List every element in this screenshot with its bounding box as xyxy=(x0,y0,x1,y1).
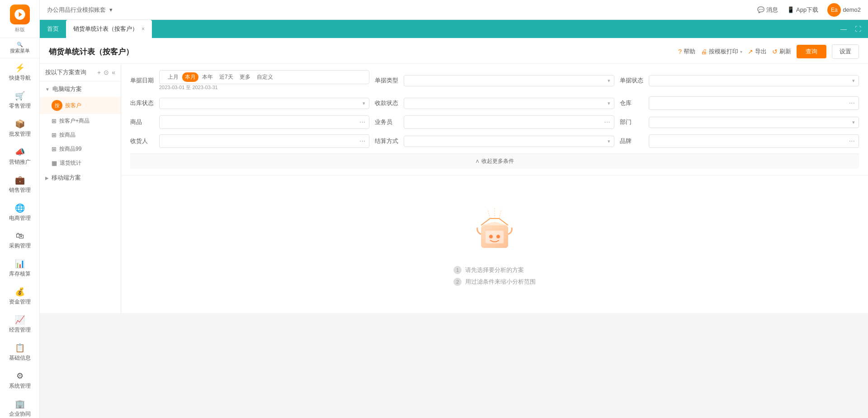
sidebar-item-system[interactable]: ⚙ 系统管理 xyxy=(0,366,39,394)
topbar: 办公用品行业模拟账套 ▾ 💬 消息 📱 App下载 Ea demo2 xyxy=(40,0,868,20)
salesperson-select[interactable]: ··· xyxy=(404,115,614,129)
receiver-dots-icon[interactable]: ··· xyxy=(359,137,365,145)
brand-select[interactable]: ··· xyxy=(649,134,859,148)
filter-brand: 品牌 ··· xyxy=(620,134,859,148)
brand-dots-icon[interactable]: ··· xyxy=(849,137,855,145)
warehouse-select[interactable]: ··· xyxy=(649,96,859,110)
sidebar-item-inventory-label: 库存核算 xyxy=(9,270,31,278)
download-icon: 📱 xyxy=(787,6,794,13)
scheme-item-customer-product[interactable]: ⊞ 按客户+商品 xyxy=(40,114,121,128)
sidebar-item-purchase[interactable]: 🛍 采购管理 xyxy=(0,227,39,254)
sidebar-item-inventory[interactable]: 📊 库存核算 xyxy=(0,254,39,282)
salesperson-dots-icon[interactable]: ··· xyxy=(604,118,610,126)
date-range-text: 2023-03-01 至 2023-03-31 xyxy=(159,84,369,91)
order-type-select[interactable]: ▾ xyxy=(404,75,614,86)
scheme-item-product99-label: 按商品99 xyxy=(59,145,81,153)
sidebar-item-retail[interactable]: 🛒 零售管理 xyxy=(0,86,39,114)
scheme-item-product[interactable]: ⊞ 按商品 xyxy=(40,128,121,142)
scheme-group-desktop-header[interactable]: ▼ 电脑端方案 xyxy=(40,81,121,97)
sidebar-item-operations[interactable]: 📈 经营管理 xyxy=(0,310,39,338)
scheme-item-product99[interactable]: ⊞ 按商品99 xyxy=(40,142,121,156)
sidebar-item-quicknav[interactable]: ⚡ 快捷导航 xyxy=(0,58,39,86)
date-tab-thisyear[interactable]: 本年 xyxy=(199,72,216,82)
marketing-icon: 📣 xyxy=(15,147,25,157)
topbar-dropdown-btn[interactable]: ▾ xyxy=(109,6,113,13)
help-btn[interactable]: ? 帮助 xyxy=(678,48,695,56)
scheme-item-customer[interactable]: 按 按客户 xyxy=(40,97,121,114)
product-dots-icon[interactable]: ··· xyxy=(359,118,365,126)
page-header: 销货单统计表（按客户） ? 帮助 🖨 按模板打印 ▾ ↗ 导出 xyxy=(40,38,868,64)
product-select[interactable]: ··· xyxy=(159,115,369,129)
app-download-btn[interactable]: 📱 App下载 xyxy=(787,6,818,14)
filter-product-label: 商品 xyxy=(130,118,156,126)
filter-department: 部门 ▾ xyxy=(620,115,859,129)
query-button[interactable]: 查询 xyxy=(797,45,826,58)
tab-home[interactable]: 首页 xyxy=(40,20,66,38)
export-icon: ↗ xyxy=(748,48,753,55)
tab-close-btn[interactable]: × xyxy=(142,26,145,32)
sidebar-item-sales[interactable]: 💼 销售管理 xyxy=(0,171,39,199)
date-tab-thismonth[interactable]: 本月 xyxy=(182,72,198,82)
scheme-settings-btn[interactable]: ⊙ xyxy=(104,69,109,76)
operations-icon: 📈 xyxy=(15,315,25,325)
sidebar-item-enterprise[interactable]: 🏢 企业协同 xyxy=(0,394,39,418)
scheme-group-mobile-header[interactable]: ▶ 移动端方案 xyxy=(40,170,121,185)
tip-num-1: 1 xyxy=(453,266,462,274)
date-range-picker[interactable]: 上月 本月 本年 近7天 更多 自定义 xyxy=(159,70,369,84)
scheme-item-customer-icon: 按 xyxy=(52,100,62,111)
user-area[interactable]: Ea demo2 xyxy=(827,3,861,17)
order-status-select[interactable]: ▾ xyxy=(649,75,859,86)
tab-active[interactable]: 销货单统计表（按客户） × xyxy=(66,20,152,38)
settlement-select[interactable]: ▾ xyxy=(404,136,614,147)
svg-point-2 xyxy=(489,235,493,238)
tab-minimize-btn[interactable]: — xyxy=(837,23,850,35)
system-icon: ⚙ xyxy=(16,371,24,381)
tab-maximize-btn[interactable]: ⛶ xyxy=(852,23,864,35)
scheme-group-desktop-label: 电脑端方案 xyxy=(52,85,82,93)
scheme-item-product-label: 按商品 xyxy=(59,131,75,139)
message-icon: 💬 xyxy=(757,6,764,13)
sidebar-search[interactable]: 🔍 搜索菜单 xyxy=(0,38,39,58)
sidebar-item-ecommerce-label: 电商管理 xyxy=(9,214,31,222)
topbar-right: 💬 消息 📱 App下载 Ea demo2 xyxy=(757,3,861,17)
warehouse-dots-icon[interactable]: ··· xyxy=(849,99,855,107)
filter-order-status-label: 单据状态 xyxy=(620,76,645,85)
sidebar-item-enterprise-label: 企业协同 xyxy=(9,410,31,418)
ecommerce-icon: 🌐 xyxy=(15,203,25,213)
page: 销货单统计表（按客户） ? 帮助 🖨 按模板打印 ▾ ↗ 导出 xyxy=(40,38,868,418)
sidebar-item-purchase-label: 采购管理 xyxy=(9,242,31,250)
settings-button[interactable]: 设置 xyxy=(832,44,859,59)
date-tab-more[interactable]: 更多 xyxy=(237,72,253,82)
filter-order-type-label: 单据类型 xyxy=(375,76,400,85)
message-btn[interactable]: 💬 消息 xyxy=(757,6,778,14)
date-tab-last7days[interactable]: 近7天 xyxy=(217,72,236,82)
order-status-chevron-icon: ▾ xyxy=(852,78,855,84)
filter-row-2: 出库状态 ▾ 收款状态 ▾ xyxy=(130,96,859,110)
scheme-group-desktop: ▼ 电脑端方案 按 按客户 ⊞ 按客户+商品 ⊞ xyxy=(40,81,121,170)
collapse-filter-btn[interactable]: ∧ 收起更多条件 xyxy=(130,153,859,169)
department-select[interactable]: ▾ xyxy=(649,117,859,128)
scheme-collapse-btn[interactable]: « xyxy=(112,69,115,76)
scheme-item-return-stats[interactable]: ▦ 退货统计 xyxy=(40,156,121,170)
sidebar-item-basicinfo[interactable]: 📋 基础信息 xyxy=(0,338,39,366)
sidebar-item-finance-label: 资金管理 xyxy=(9,298,31,306)
out-status-select[interactable]: ▾ xyxy=(159,98,369,109)
sidebar-item-ecommerce[interactable]: 🌐 电商管理 xyxy=(0,199,39,227)
date-tab-custom[interactable]: 自定义 xyxy=(254,72,276,82)
sidebar-item-wholesale[interactable]: 📦 批发管理 xyxy=(0,114,39,142)
wholesale-icon: 📦 xyxy=(15,119,25,129)
sidebar-item-finance[interactable]: 💰 资金管理 xyxy=(0,282,39,310)
sidebar-item-marketing[interactable]: 📣 营销推广 xyxy=(0,142,39,171)
group-expand-icon: ▼ xyxy=(45,87,50,92)
date-tab-lastmonth[interactable]: 上月 xyxy=(165,72,181,82)
export-label: 导出 xyxy=(755,48,767,56)
scheme-add-btn[interactable]: + xyxy=(97,69,101,76)
print-chevron-icon: ▾ xyxy=(740,49,742,54)
tabbar: 首页 销货单统计表（按客户） × — ⛶ xyxy=(40,20,868,38)
print-btn[interactable]: 🖨 按模板打印 ▾ xyxy=(701,48,742,56)
export-btn[interactable]: ↗ 导出 xyxy=(748,48,767,56)
filter-department-label: 部门 xyxy=(620,118,645,126)
refresh-btn[interactable]: ↺ 刷新 xyxy=(772,48,791,56)
receiver-select[interactable]: ··· xyxy=(159,134,369,148)
payment-status-select[interactable]: ▾ xyxy=(404,98,614,109)
